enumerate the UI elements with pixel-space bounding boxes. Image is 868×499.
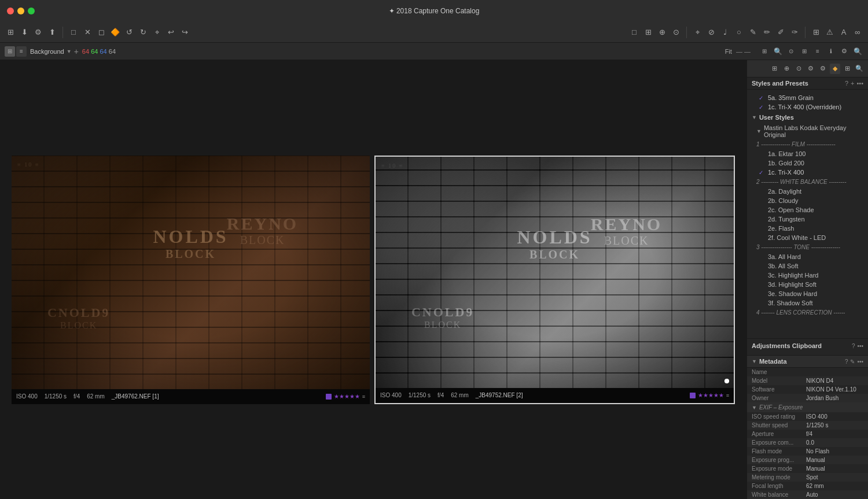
separator-1 bbox=[62, 27, 63, 38]
exif-focal-row: Focal length 62 mm bbox=[747, 482, 868, 490]
view-compare-icon[interactable]: ⊕ bbox=[656, 27, 668, 38]
close-button[interactable] bbox=[7, 8, 14, 14]
styles-help-icon[interactable]: ? bbox=[845, 80, 848, 87]
preset-highlight-soft[interactable]: 3d. Highlight Soft bbox=[747, 280, 868, 289]
layout-icon[interactable]: ⊞ bbox=[799, 46, 810, 57]
exif-flash-row: Flash mode No Flash bbox=[747, 447, 868, 456]
right-badge: ≡ bbox=[726, 393, 729, 398]
close-icon[interactable]: ✕ bbox=[82, 27, 93, 38]
preset-tungsten[interactable]: 2d. Tungsten bbox=[747, 215, 868, 224]
tool-icon-4[interactable]: ○ bbox=[733, 27, 745, 38]
user-styles-chevron: ▼ bbox=[752, 114, 757, 120]
toolbar-right: □ ⊞ ⊕ ⊙ ⌖ ⊘ ♩ ○ ✎ ✏ ✐ ✑ ⊞ ⚠ A ∞ bbox=[628, 27, 863, 38]
metadata-name-value bbox=[801, 368, 868, 376]
brush-icon[interactable]: ✎ bbox=[747, 27, 759, 38]
styles-more-icon[interactable]: ••• bbox=[856, 80, 863, 87]
list-view-btn[interactable]: ≡ bbox=[16, 46, 27, 57]
color-icon[interactable]: 🔶 bbox=[109, 27, 121, 38]
search-icon[interactable]: 🔍 bbox=[772, 46, 784, 57]
preset-highlight-hard[interactable]: 3c. Highlight Hard bbox=[747, 271, 868, 280]
collection-selector[interactable]: Background ▼ + bbox=[30, 47, 79, 56]
adj-more-icon[interactable]: ••• bbox=[857, 343, 863, 349]
settings-icon[interactable]: ⚙ bbox=[32, 27, 44, 38]
import-icon[interactable]: ⬇ bbox=[19, 27, 30, 38]
secondary-toolbar: ⊞ ≡ Background ▼ + 64 64 64 64 Fit — — ⊞… bbox=[0, 43, 868, 60]
adj-help-icon[interactable]: ? bbox=[852, 343, 855, 349]
user-styles-header[interactable]: ▼ User Styles bbox=[747, 112, 868, 123]
gear2-icon[interactable]: ⚙ bbox=[838, 46, 850, 57]
panel-icon-3[interactable]: ⊙ bbox=[793, 64, 804, 74]
rotate-right-icon[interactable]: ↻ bbox=[137, 27, 149, 38]
panel-icon-7[interactable]: ⊞ bbox=[842, 64, 852, 74]
viewer-icon[interactable]: □ bbox=[68, 27, 79, 38]
link-icon[interactable]: ∞ bbox=[852, 27, 863, 38]
right-stars: ★★★★★ bbox=[698, 392, 724, 398]
panel-search-icon[interactable]: 🔍 bbox=[854, 64, 865, 74]
metadata-more-icon[interactable]: ••• bbox=[857, 358, 863, 365]
exif-chevron: ▼ bbox=[752, 405, 757, 411]
straighten-icon[interactable]: ⌖ bbox=[151, 27, 163, 38]
separator-3 bbox=[805, 27, 806, 38]
maximize-button[interactable] bbox=[28, 8, 35, 14]
applied-preset-1[interactable]: ✓ 5a. 35mm Grain bbox=[747, 93, 868, 102]
filter-icon[interactable]: ⊙ bbox=[785, 46, 797, 57]
view-loupe-icon[interactable]: ⊙ bbox=[670, 27, 682, 38]
right-rating-area: ★★★★★ ≡ bbox=[690, 392, 729, 398]
applied-preset-2[interactable]: ✓ 1c. Tri-X 400 (Overridden) bbox=[747, 102, 868, 112]
grid-view-btn[interactable]: ⊞ bbox=[5, 46, 15, 57]
metadata-model-value: NIKON D4 bbox=[801, 376, 868, 385]
preset-open-shade[interactable]: 2c. Open Shade bbox=[747, 205, 868, 215]
preset-gold[interactable]: 1b. Gold 200 bbox=[747, 158, 868, 168]
preset-cool-white[interactable]: 2f. Cool White - LED bbox=[747, 233, 868, 242]
exif-iso-label: ISO speed rating bbox=[747, 412, 801, 421]
metadata-help-icon[interactable]: ? bbox=[845, 358, 848, 365]
warning-icon[interactable]: ⚠ bbox=[824, 27, 836, 38]
preset-shadow-soft[interactable]: 3f. Shadow Soft bbox=[747, 298, 868, 308]
mastin-labs-group[interactable]: ▼ Mastin Labs Kodak Everyday Original bbox=[747, 123, 868, 139]
view-grid-icon[interactable]: ⊞ bbox=[642, 27, 654, 38]
photo-compare-area: ≡ 10 ≡ NOLDS BLOCK REYNO BLOCK CNOLD9 BL… bbox=[0, 60, 746, 499]
preset-shadow-hard[interactable]: 3e. Shadow Hard bbox=[747, 289, 868, 298]
eraser-icon[interactable]: ✐ bbox=[775, 27, 786, 38]
library-icon[interactable]: ⊞ bbox=[5, 27, 16, 38]
panel-icon-active[interactable]: ◆ bbox=[830, 64, 840, 74]
preset-flash[interactable]: 2e. Flash bbox=[747, 224, 868, 233]
panel-icon-4[interactable]: ⚙ bbox=[806, 64, 816, 74]
grid-layout-icon[interactable]: ⊞ bbox=[810, 27, 822, 38]
preset-daylight[interactable]: 2a. Daylight bbox=[747, 187, 868, 196]
tool-icon-2[interactable]: ⊘ bbox=[705, 27, 717, 38]
add-collection-btn[interactable]: + bbox=[74, 47, 79, 56]
right-color-label bbox=[690, 393, 696, 398]
pen-icon[interactable]: ✏ bbox=[761, 27, 773, 38]
right-focal: 62 mm bbox=[451, 392, 469, 398]
preset-all-soft[interactable]: 3b. All Soft bbox=[747, 261, 868, 271]
exif-group-header[interactable]: ▼ EXIF – Exposure bbox=[747, 402, 868, 412]
preset-cloudy[interactable]: 2b. Cloudy bbox=[747, 196, 868, 205]
view-single-icon[interactable]: □ bbox=[628, 27, 640, 38]
panel-icon-5[interactable]: ⚙ bbox=[818, 64, 828, 74]
preset-trix[interactable]: ✓ 1c. Tri-X 400 bbox=[747, 168, 868, 177]
panel-icon-1[interactable]: ⊞ bbox=[769, 64, 779, 74]
minimize-button[interactable] bbox=[17, 8, 24, 14]
redo-icon[interactable]: ↪ bbox=[179, 27, 190, 38]
undo-icon[interactable]: ↩ bbox=[165, 27, 176, 38]
search2-icon[interactable]: 🔍 bbox=[852, 46, 863, 57]
rgb-values: 64 64 64 64 bbox=[82, 48, 116, 55]
wb-separator: 2 --------- WHITE BALANCE --------- bbox=[747, 177, 868, 187]
panel-icon-2[interactable]: ⊕ bbox=[781, 64, 792, 74]
sort-icon[interactable]: ≡ bbox=[812, 46, 823, 57]
exif-shutter-label: Shutter speed bbox=[747, 421, 801, 430]
rotate-left-icon[interactable]: ↺ bbox=[123, 27, 135, 38]
export-icon[interactable]: ⬆ bbox=[46, 27, 58, 38]
metadata-edit-icon[interactable]: ✎ bbox=[850, 358, 855, 365]
tool-icon-1[interactable]: ⌖ bbox=[692, 27, 703, 38]
text-icon[interactable]: A bbox=[838, 27, 849, 38]
panel-toggle-icon[interactable]: ⊞ bbox=[759, 46, 770, 57]
stamp-icon[interactable]: ✑ bbox=[789, 27, 800, 38]
info-icon[interactable]: ℹ bbox=[825, 46, 837, 57]
tool-icon-3[interactable]: ♩ bbox=[719, 27, 731, 38]
styles-add-icon[interactable]: + bbox=[851, 80, 854, 87]
crop-icon[interactable]: ◻ bbox=[95, 27, 107, 38]
preset-ektar[interactable]: 1a. Ektar 100 bbox=[747, 149, 868, 158]
preset-all-hard[interactable]: 3a. All Hard bbox=[747, 252, 868, 261]
